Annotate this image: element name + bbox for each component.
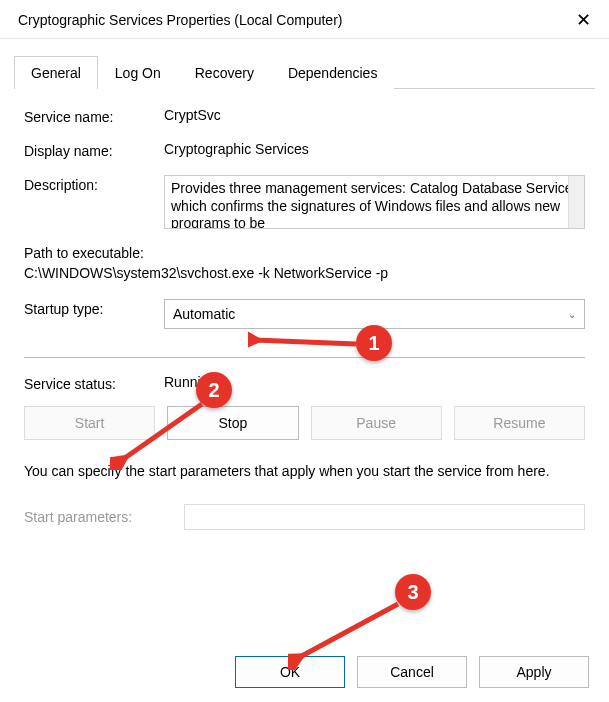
label-service-name: Service name: [24, 107, 164, 125]
annotation-bubble-1: 1 [356, 325, 392, 361]
label-display-name: Display name: [24, 141, 164, 159]
value-display-name: Cryptographic Services [164, 141, 585, 157]
ok-button[interactable]: OK [235, 656, 345, 688]
dialog-button-row: OK Cancel Apply [235, 656, 589, 688]
resume-button: Resume [454, 406, 585, 440]
close-icon[interactable]: ✕ [571, 8, 595, 32]
tab-strip: General Log On Recovery Dependencies [14, 55, 595, 89]
chevron-down-icon: ⌄ [568, 309, 576, 320]
value-path: C:\WINDOWS\system32\svchost.exe -k Netwo… [24, 265, 585, 281]
row-start-parameters: Start parameters: [24, 504, 585, 530]
row-description: Description: Provides three management s… [24, 175, 585, 229]
row-service-status: Service status: Running [24, 374, 585, 392]
start-parameters-input [184, 504, 585, 530]
general-panel: Service name: CryptSvc Display name: Cry… [14, 89, 595, 540]
start-button: Start [24, 406, 155, 440]
annotation-bubble-3: 3 [395, 574, 431, 610]
row-display-name: Display name: Cryptographic Services [24, 141, 585, 159]
value-description: Provides three management services: Cata… [171, 180, 576, 229]
tab-recovery[interactable]: Recovery [178, 56, 271, 89]
value-startup-type: Automatic [173, 306, 235, 322]
dialog-content: General Log On Recovery Dependencies Ser… [0, 39, 609, 540]
tab-dependencies[interactable]: Dependencies [271, 56, 395, 89]
row-service-name: Service name: CryptSvc [24, 107, 585, 125]
tab-general[interactable]: General [14, 56, 98, 89]
description-scrollbar[interactable] [568, 176, 584, 228]
label-path: Path to executable: [24, 245, 585, 261]
apply-button[interactable]: Apply [479, 656, 589, 688]
pause-button: Pause [311, 406, 442, 440]
svg-line-2 [298, 604, 398, 658]
label-startup-type: Startup type: [24, 299, 164, 317]
window-title: Cryptographic Services Properties (Local… [18, 12, 342, 28]
value-service-name: CryptSvc [164, 107, 585, 123]
label-start-parameters: Start parameters: [24, 509, 184, 525]
tab-logon[interactable]: Log On [98, 56, 178, 89]
parameters-hint: You can specify the start parameters tha… [24, 462, 585, 482]
path-block: Path to executable: C:\WINDOWS\system32\… [24, 245, 585, 281]
label-service-status: Service status: [24, 374, 164, 392]
title-bar: Cryptographic Services Properties (Local… [0, 0, 609, 39]
annotation-bubble-2: 2 [196, 372, 232, 408]
separator [24, 357, 585, 358]
label-description: Description: [24, 175, 164, 193]
cancel-button[interactable]: Cancel [357, 656, 467, 688]
stop-button[interactable]: Stop [167, 406, 298, 440]
service-button-row: Start Stop Pause Resume [24, 406, 585, 440]
description-box[interactable]: Provides three management services: Cata… [164, 175, 585, 229]
row-startup-type: Startup type: Automatic ⌄ [24, 299, 585, 329]
